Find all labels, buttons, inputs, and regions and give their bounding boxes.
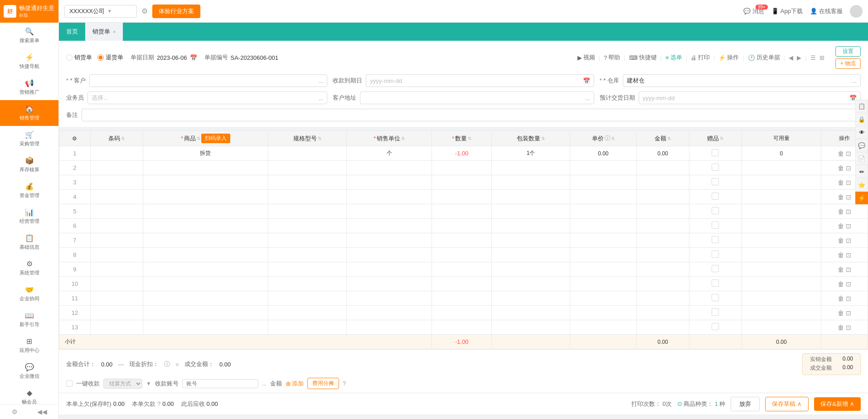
sidebar-item-finance[interactable]: 💰 资金管理 (0, 178, 58, 203)
gift-checkbox[interactable] (712, 265, 719, 272)
copy-icon[interactable]: ⊡ (846, 237, 851, 244)
row-product[interactable] (143, 277, 268, 291)
row-amount[interactable] (636, 277, 689, 291)
row-unit-price[interactable] (570, 190, 636, 204)
copy-icon[interactable]: ⊡ (846, 179, 851, 186)
row-unit[interactable] (347, 233, 432, 248)
nav-prev-icon[interactable]: ◀ (789, 54, 793, 61)
row-product[interactable] (143, 306, 268, 320)
settlement-method-select[interactable]: 结算方式 (103, 379, 142, 389)
row-barcode[interactable] (90, 306, 143, 320)
row-spec[interactable] (268, 161, 347, 175)
history-link[interactable]: 🕐 历史单据 (748, 53, 780, 62)
row-product[interactable] (143, 161, 268, 175)
delete-icon[interactable]: 🗑 (838, 222, 844, 230)
copy-icon[interactable]: ⊡ (846, 280, 851, 288)
header-settings-icon[interactable]: ⚙ (141, 7, 148, 15)
row-product[interactable] (143, 175, 268, 190)
payment-date-input[interactable]: yyyy-mm-dd 📅 (366, 74, 594, 87)
save-new-button[interactable]: 保存&新增 ∧ (814, 397, 861, 411)
row-unit-price[interactable] (570, 204, 636, 219)
delete-icon[interactable]: 🗑 (838, 251, 844, 259)
row-unit[interactable] (347, 248, 432, 262)
row-unit[interactable] (347, 175, 432, 190)
copy-icon[interactable]: ⊡ (846, 193, 851, 201)
sidebar-item-system[interactable]: ⚙ 系统管理 (0, 255, 58, 281)
tab-home[interactable]: 首页 (59, 23, 85, 41)
gift-checkbox[interactable] (712, 294, 719, 301)
row-spec[interactable] (268, 190, 347, 204)
row-unit-price[interactable] (570, 233, 636, 248)
copy-icon[interactable]: ⊡ (846, 208, 851, 215)
gift-checkbox[interactable] (712, 250, 719, 258)
row-spec[interactable] (268, 233, 347, 248)
product-kind-link[interactable]: 1 (715, 400, 718, 407)
row-pack-qty[interactable] (491, 233, 570, 248)
copy-icon[interactable]: ⊡ (846, 222, 851, 230)
row-unit-price[interactable] (570, 262, 636, 277)
row-barcode[interactable] (90, 233, 143, 248)
row-unit-price[interactable] (570, 277, 636, 291)
row-barcode[interactable] (90, 146, 143, 161)
gift-checkbox[interactable] (712, 222, 719, 229)
expense-help-icon[interactable]: ? (343, 380, 346, 387)
row-barcode[interactable] (90, 161, 143, 175)
row-unit-price[interactable] (570, 320, 636, 335)
scan-button[interactable]: 扫码录入 (201, 134, 230, 143)
remark-input[interactable] (82, 109, 861, 121)
gift-checkbox[interactable] (712, 236, 719, 243)
row-spec[interactable] (268, 219, 347, 233)
delete-icon[interactable]: 🗑 (838, 280, 844, 288)
copy-icon[interactable]: ⊡ (846, 266, 851, 273)
row-quantity[interactable]: -1.00 (432, 146, 492, 161)
radio-sales-order[interactable]: 销货单 (66, 53, 92, 62)
row-barcode[interactable] (90, 320, 143, 335)
row-unit-price[interactable]: 0.00 (570, 146, 636, 161)
company-selector[interactable]: XXXXXX公司 ▼ (64, 5, 137, 18)
copy-icon[interactable]: ⊡ (846, 324, 851, 331)
expense-split-button[interactable]: 费用分摊 (307, 378, 339, 389)
abandon-button[interactable]: 放弃 (731, 397, 760, 411)
row-unit[interactable] (347, 190, 432, 204)
row-barcode[interactable] (90, 262, 143, 277)
row-spec[interactable] (268, 320, 347, 335)
row-unit[interactable]: 个 (347, 146, 432, 161)
app-download-group[interactable]: 📱 App下载 (771, 7, 803, 15)
gift-checkbox[interactable] (712, 308, 719, 316)
right-icon-active[interactable]: ⚡ (855, 192, 868, 204)
row-product[interactable] (143, 190, 268, 204)
sidebar-settings-icon[interactable]: ⚙ (12, 408, 18, 415)
one-click-pay-checkbox[interactable] (66, 380, 73, 387)
delivery-date-input[interactable]: yyyy-mm-dd 📅 (639, 92, 861, 104)
shortcut-link[interactable]: ⌨ 快捷键 (629, 53, 657, 62)
sidebar-item-inventory[interactable]: 📦 库存核算 (0, 152, 58, 178)
date-picker-icon[interactable]: 📅 (190, 54, 197, 61)
message-group[interactable]: 💬 消息 99+ (743, 7, 764, 15)
row-barcode[interactable] (90, 277, 143, 291)
th-settings[interactable]: ⚙ (59, 131, 91, 146)
row-unit[interactable] (347, 291, 432, 306)
row-unit-price[interactable] (570, 306, 636, 320)
row-quantity[interactable] (432, 175, 492, 190)
row-unit[interactable] (347, 204, 432, 219)
row-spec[interactable] (268, 291, 347, 306)
price-sort-icon[interactable]: ⇅ (611, 136, 615, 141)
tab-close-icon[interactable]: × (113, 29, 116, 34)
row-pack-qty[interactable] (491, 262, 570, 277)
nav-next-icon[interactable]: ▶ (797, 54, 801, 61)
copy-icon[interactable]: ⊡ (846, 150, 851, 157)
barcode-sort-icon[interactable]: ⇅ (121, 136, 125, 141)
row-unit[interactable] (347, 161, 432, 175)
row-pack-qty[interactable] (491, 204, 570, 219)
row-amount[interactable] (636, 161, 689, 175)
user-avatar[interactable] (850, 5, 863, 18)
row-amount[interactable] (636, 219, 689, 233)
gift-checkbox[interactable] (712, 178, 719, 185)
customer-input[interactable]: ... (89, 74, 327, 87)
trial-button[interactable]: 体验行业方案 (152, 5, 200, 18)
sidebar-item-guide[interactable]: 📖 新手引导 (0, 307, 58, 332)
help-link[interactable]: ? 帮助 (604, 53, 620, 62)
row-amount[interactable] (636, 233, 689, 248)
print-link[interactable]: 🖨 打印 (691, 53, 710, 62)
online-service-group[interactable]: 👤 在线客服 (810, 7, 843, 15)
